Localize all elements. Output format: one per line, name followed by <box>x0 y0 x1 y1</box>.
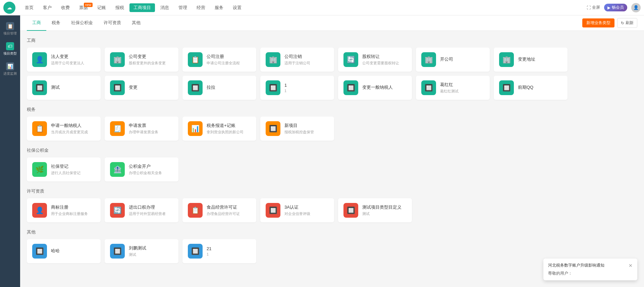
sidebar-item-project-type[interactable]: 🏷 项目类型 <box>0 39 20 59</box>
card-company-change[interactable]: 🏢 公司变更 股权变更外的业务变更 <box>105 48 178 72</box>
card-title-ge-hong-hong: 葛红红 <box>440 82 484 88</box>
card-icon-equity-transfer: 🔄 <box>343 52 358 67</box>
card-title-equity-transfer: 股权转让 <box>362 54 407 60</box>
card-text-change: 变更 <box>129 84 173 91</box>
card-icon-twenty-one: 🔲 <box>188 244 203 259</box>
card-title-apply-invoice: 申请发票 <box>129 123 173 129</box>
nav-item-messages[interactable]: 消息 <box>156 3 173 12</box>
card-trademark[interactable]: 👤 商标注册 用于企业商标注册服务 <box>27 198 101 222</box>
card-liupeng-test[interactable]: 🔲 刘鹏测试 测试 <box>105 239 178 263</box>
card-equity-transfer[interactable]: 🔄 股权转让 公司变更需要股权转让 <box>338 48 412 72</box>
card-change-address[interactable]: 🏢 变更地址 <box>494 48 568 72</box>
sidebar-item-progress-monitor[interactable]: 📊 进度监测 <box>0 59 20 79</box>
card-new-project[interactable]: 🔲 新项目 报税加税控盘保管 <box>260 117 334 141</box>
card-title-one: 1 <box>284 83 329 88</box>
tab-biz[interactable]: 工商 <box>27 15 46 31</box>
card-apply-taxpayer[interactable]: 📋 申请一般纳税人 当月或次月成变更完成 <box>27 117 101 141</box>
card-3a-cert[interactable]: 🔲 3A认证 对企业信誉评级 <box>260 198 334 222</box>
card-icon-apply-taxpayer: 📋 <box>32 121 47 136</box>
card-tax-report-accounting[interactable]: 📊 税务报道+记账 拿到营业执照的新公司 <box>182 117 256 141</box>
card-open-company[interactable]: 🏢 开公司 <box>416 48 490 72</box>
user-avatar[interactable]: 👤 <box>631 3 641 12</box>
card-fund-open[interactable]: 🏦 公积金开户 办理公积金相关业务 <box>105 157 178 182</box>
card-text-trademark: 商标注册 用于企业商标注册服务 <box>51 204 95 216</box>
card-icon-trademark: 👤 <box>32 203 47 218</box>
card-icon-company-cancel: 🏢 <box>266 52 280 67</box>
card-title-lala: 拉拉 <box>207 84 251 90</box>
card-icon-import-export: 🔄 <box>110 203 125 218</box>
nav-item-services[interactable]: 服务 <box>211 3 227 12</box>
card-desc-food-license: 办理食品经营许可证 <box>207 211 251 216</box>
license-cards-grid: 👤 商标注册 用于企业商标注册服务 🔄 进出口权办理 适用于对外贸易经营者 📋 … <box>27 198 637 222</box>
card-change-taxpayer[interactable]: 🔲 变更一般纳税人 <box>338 76 412 100</box>
card-text-change-address: 变更地址 <box>518 56 562 63</box>
sidebar-label-project-type: 项目类型 <box>3 52 17 56</box>
card-desc-social-register: 进行人员社保登记 <box>51 170 95 175</box>
card-desc-one: 1 <box>284 89 329 93</box>
card-icon-one: 🔲 <box>266 80 280 95</box>
card-title-company-cancel: 公司注销 <box>284 54 329 60</box>
fullscreen-btn[interactable]: ⛶ 全屏 <box>587 5 600 10</box>
refresh-button[interactable]: ↻ 刷新 <box>617 18 637 28</box>
card-text-haha: 哈哈 <box>51 248 95 255</box>
card-haha[interactable]: 🔲 哈哈 <box>27 239 101 263</box>
card-desc-import-export: 适用于对外贸易经营者 <box>129 211 173 216</box>
card-icon-change-address: 🏢 <box>499 52 514 67</box>
card-change[interactable]: 🔲 变更 <box>105 76 178 100</box>
card-apply-invoice[interactable]: 🧾 申请发票 办理申请发票业务 <box>105 117 178 141</box>
card-legal-change[interactable]: 👤 法人变更 适用于公司变更法人 <box>27 48 101 72</box>
card-one[interactable]: 🔲 1 1 <box>260 76 334 100</box>
nav-item-operations[interactable]: 经营 <box>193 3 209 12</box>
card-icon-change-taxpayer: 🔲 <box>343 80 358 95</box>
card-title-qianqi-qq: 前期QQ <box>518 84 562 90</box>
card-desc-company-change: 股权变更外的业务变更 <box>129 61 173 66</box>
tab-social[interactable]: 社保公积金 <box>66 15 98 31</box>
card-twenty-one[interactable]: 🔲 21 1 <box>182 239 256 263</box>
card-text-test: 测试 <box>51 84 95 91</box>
card-desc-test-project-type: 测试 <box>362 211 407 216</box>
nav-item-tax[interactable]: 报税 <box>111 3 128 12</box>
card-text-food-license: 食品经营许可证 办理食品经营许可证 <box>207 204 251 216</box>
tab-bar-actions: 新增业务类型 ↻ 刷新 <box>582 18 637 28</box>
card-test-project-type[interactable]: 🔲 测试项目类型目定义 测试 <box>338 198 412 222</box>
card-company-cancel[interactable]: 🏢 公司注销 适用于注销公司 <box>260 48 334 72</box>
tab-tax[interactable]: 税务 <box>46 15 66 31</box>
card-desc-liupeng-test: 测试 <box>129 252 173 257</box>
card-title-haha: 哈哈 <box>51 248 95 254</box>
vip-button[interactable]: ▶ 畅会员 <box>604 4 627 11</box>
card-qianqi-qq[interactable]: 🔲 前期QQ <box>494 76 568 100</box>
nav-item-bizproject[interactable]: 工商项目 <box>129 3 155 12</box>
card-ge-hong-hong[interactable]: 🔲 葛红红 葛红红测试 <box>416 76 490 100</box>
card-title-fund-open: 公积金开户 <box>129 163 173 169</box>
add-type-button[interactable]: 新增业务类型 <box>582 18 614 27</box>
card-text-apply-invoice: 申请发票 办理申请发票业务 <box>129 123 173 135</box>
notification-close-button[interactable]: ✕ <box>629 263 633 268</box>
card-company-register[interactable]: 📋 公司注册 申请公司注册全流程 <box>182 48 256 72</box>
card-title-change-taxpayer: 变更一般纳税人 <box>362 84 407 90</box>
refresh-icon: ↻ <box>621 21 624 25</box>
card-title-3a-cert: 3A认证 <box>284 204 329 210</box>
card-food-license[interactable]: 📋 食品经营许可证 办理食品经营许可证 <box>182 198 256 222</box>
social-cards-grid: 🌿 社保登记 进行人员社保登记 🏦 公积金开户 办理公积金相关业务 <box>27 157 637 182</box>
card-text-import-export: 进出口权办理 适用于对外贸易经营者 <box>129 204 173 216</box>
card-test[interactable]: 🔲 测试 <box>27 76 101 100</box>
card-social-register[interactable]: 🌿 社保登记 进行人员社保登记 <box>27 157 101 182</box>
tab-bar: 工商税务社保公积金许可资质其他 新增业务类型 ↻ 刷新 <box>20 15 644 31</box>
nav-item-home[interactable]: 首页 <box>21 3 38 12</box>
tab-other[interactable]: 其他 <box>126 15 146 31</box>
sidebar-item-project-mgmt[interactable]: 📋 项目管理 <box>0 19 20 39</box>
nav-item-tickets[interactable]: 票据new <box>75 3 92 12</box>
nav-item-accounting[interactable]: 记账 <box>93 3 110 12</box>
fullscreen-label: 全屏 <box>592 5 600 10</box>
tab-license[interactable]: 许可资质 <box>98 15 126 31</box>
card-icon-ge-hong-hong: 🔲 <box>421 80 436 95</box>
card-lala[interactable]: 🔲 拉拉 <box>182 76 256 100</box>
nav-item-customer[interactable]: 客户 <box>39 3 56 12</box>
card-import-export[interactable]: 🔄 进出口权办理 适用于对外贸易经营者 <box>105 198 178 222</box>
card-icon-company-register: 📋 <box>188 52 203 67</box>
app-logo[interactable]: ☁ <box>3 2 15 14</box>
nav-item-billing[interactable]: 收费 <box>57 3 74 12</box>
nav-item-settings[interactable]: 设置 <box>229 3 246 12</box>
nav-item-management[interactable]: 管理 <box>174 3 191 12</box>
notification-content: 尊敬的用户： <box>548 270 633 276</box>
